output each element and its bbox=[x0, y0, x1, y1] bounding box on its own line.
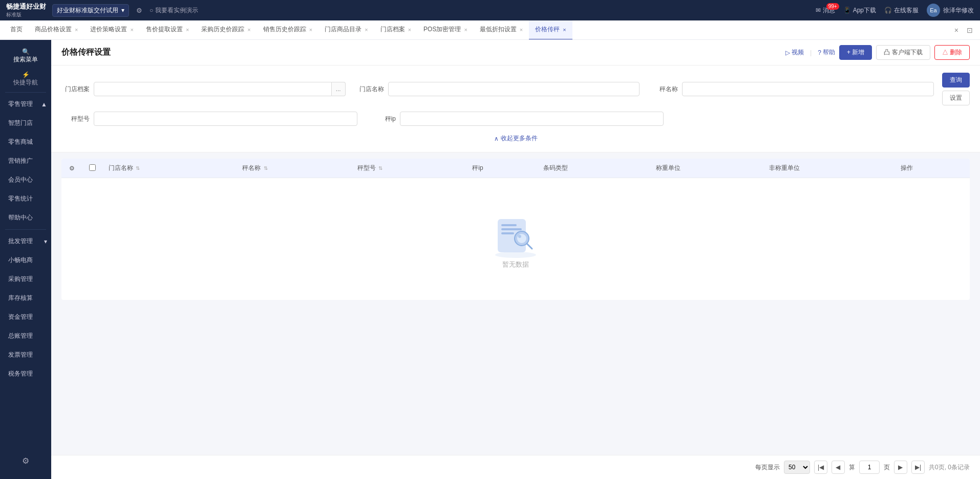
tab-product-price[interactable]: 商品价格设置 × bbox=[29, 20, 84, 40]
scale-name-input[interactable] bbox=[682, 82, 934, 96]
messages-badge: 99+ bbox=[826, 3, 839, 10]
help-icon: ? bbox=[818, 49, 821, 56]
sidebar-item-smart-store[interactable]: 智慧门店 bbox=[0, 114, 51, 133]
sidebar-quick-nav[interactable]: ⚡ 快捷导航 bbox=[0, 68, 51, 90]
sidebar-item-purchase[interactable]: 采购管理 bbox=[0, 270, 51, 289]
close-icon[interactable]: × bbox=[464, 27, 467, 33]
sort-icon: ⇅ bbox=[136, 165, 140, 171]
sidebar-item-finance[interactable]: 资金管理 bbox=[0, 308, 51, 326]
demo-btn[interactable]: ○ 我要看实例演示 bbox=[150, 6, 198, 15]
sidebar-item-invoice[interactable]: 发票管理 bbox=[0, 345, 51, 364]
sidebar-item-member[interactable]: 会员中心 bbox=[0, 170, 51, 189]
close-icon[interactable]: × bbox=[186, 27, 189, 33]
scale-ip-input[interactable] bbox=[400, 112, 664, 126]
tab-sales-history[interactable]: 销售历史价跟踪 × bbox=[257, 20, 318, 40]
app-name: 畅捷通好业财 bbox=[6, 3, 47, 11]
tab-purchase-strategy[interactable]: 进价策略设置 × bbox=[84, 20, 139, 40]
delete-btn[interactable]: △ 删除 bbox=[934, 45, 970, 60]
filter-settings-btn[interactable]: 设置 bbox=[942, 91, 970, 105]
filter-store-file: 门店档案 ... bbox=[61, 82, 346, 96]
first-page-btn[interactable]: |◀ bbox=[814, 461, 827, 474]
sidebar-item-retail-mall[interactable]: 零售商城 bbox=[0, 133, 51, 151]
close-icon[interactable]: × bbox=[563, 27, 566, 33]
download-btn[interactable]: 凸 客户端下载 bbox=[876, 45, 930, 60]
close-all-tabs-btn[interactable]: × bbox=[951, 25, 962, 35]
sidebar-item-help[interactable]: 帮助中心 bbox=[0, 208, 51, 227]
page-header: 价格传秤设置 ▷ 视频 | ? 帮助 + 新增 凸 客户端下载 △ bbox=[51, 40, 980, 66]
sidebar-divider2 bbox=[5, 229, 46, 230]
sidebar-search-label: 搜索菜单 bbox=[0, 55, 51, 64]
close-icon[interactable]: × bbox=[408, 27, 411, 33]
restore-tab-btn[interactable]: ⊡ bbox=[964, 25, 976, 35]
store-file-input[interactable] bbox=[94, 82, 332, 96]
close-icon[interactable]: × bbox=[365, 27, 368, 33]
tab-sale-price[interactable]: 售价提取设置 × bbox=[140, 20, 195, 40]
sidebar-inventory-label: 库存核算 bbox=[8, 294, 33, 302]
add-btn[interactable]: + 新增 bbox=[839, 45, 872, 60]
sidebar: 🔍 搜索菜单 ⚡ 快捷导航 零售管理 ▲ 智慧门店 零售商城 营销推广 会员中心… bbox=[0, 40, 51, 479]
tab-pos-mgmt[interactable]: POS加密管理 × bbox=[417, 20, 474, 40]
next-page-btn[interactable]: ▶ bbox=[894, 461, 907, 474]
col-scale-model: 秤型号 ⇅ bbox=[351, 159, 466, 178]
store-file-label: 门店档案 bbox=[61, 85, 90, 94]
close-icon[interactable]: × bbox=[309, 27, 312, 33]
sidebar-gear-btn[interactable]: ⚙ bbox=[22, 452, 29, 470]
chevron-down-icon: ▾ bbox=[121, 7, 124, 14]
help-link[interactable]: ? 帮助 bbox=[818, 48, 835, 57]
app-download-btn[interactable]: 📱 App下载 bbox=[843, 6, 876, 15]
sidebar-item-wholesale[interactable]: 批发管理 ▾ bbox=[0, 232, 51, 251]
close-icon[interactable]: × bbox=[247, 27, 250, 33]
select-all-checkbox[interactable] bbox=[89, 164, 96, 171]
sidebar-item-inventory[interactable]: 库存核算 bbox=[0, 289, 51, 308]
col-scale-ip: 秤ip bbox=[466, 159, 537, 178]
user-avatar-area[interactable]: Ea 徐泽华修改 bbox=[927, 4, 974, 17]
sidebar-item-ecom[interactable]: 小畅电商 bbox=[0, 251, 51, 270]
close-icon[interactable]: × bbox=[520, 27, 523, 33]
tab-purchase-history-label: 采购历史价跟踪 bbox=[201, 25, 244, 34]
tab-store-file-label: 门店档案 bbox=[380, 25, 405, 34]
sidebar-item-tax[interactable]: 税务管理 bbox=[0, 364, 51, 383]
tab-store-file[interactable]: 门店档案 × bbox=[374, 20, 417, 40]
per-page-select[interactable]: 50 10 20 100 bbox=[784, 461, 810, 474]
tab-purchase-history[interactable]: 采购历史价跟踪 × bbox=[195, 20, 257, 40]
collapse-btn[interactable]: ∧ 收起更多条件 bbox=[61, 132, 970, 145]
sidebar-ecom-label: 小畅电商 bbox=[8, 256, 33, 265]
sidebar-item-retail-stats[interactable]: 零售统计 bbox=[0, 189, 51, 208]
tab-store-catalog-label: 门店商品目录 bbox=[325, 25, 361, 34]
sidebar-retail-mall-label: 零售商城 bbox=[8, 138, 33, 146]
last-page-btn[interactable]: ▶| bbox=[911, 461, 925, 474]
prev-page-btn[interactable]: ◀ bbox=[832, 461, 845, 474]
version-selector[interactable]: 好业财标准版交付试用 ▾ bbox=[52, 4, 129, 17]
play-icon: ○ bbox=[150, 7, 153, 14]
col-non-weight-unit-label: 非称重单位 bbox=[769, 164, 800, 171]
sidebar-item-marketing[interactable]: 营销推广 bbox=[0, 151, 51, 170]
tab-price-scale[interactable]: 价格传秤 × bbox=[529, 20, 572, 40]
tab-pos-mgmt-label: POS加密管理 bbox=[423, 25, 461, 34]
page-input[interactable] bbox=[859, 461, 880, 474]
store-file-btn[interactable]: ... bbox=[332, 82, 346, 96]
messages-btn[interactable]: ✉ 消息 99+ bbox=[816, 6, 835, 15]
store-name-input[interactable] bbox=[388, 82, 640, 96]
col-scale-ip-label: 秤ip bbox=[472, 164, 483, 171]
tab-bar: 首页 商品价格设置 × 进价策略设置 × 售价提取设置 × 采购历史价跟踪 × … bbox=[0, 20, 980, 40]
sidebar-item-general-ledger[interactable]: 总账管理 bbox=[0, 326, 51, 345]
tab-store-catalog[interactable]: 门店商品目录 × bbox=[318, 20, 374, 40]
settings-icon-btn[interactable]: ⚙ bbox=[134, 5, 144, 16]
sidebar-search[interactable]: 🔍 搜索菜单 bbox=[0, 44, 51, 68]
download-icon: 📱 bbox=[843, 7, 851, 14]
close-icon[interactable]: × bbox=[75, 27, 78, 33]
online-service-btn[interactable]: 🎧 在线客服 bbox=[884, 6, 919, 15]
online-service-label: 在线客服 bbox=[894, 6, 919, 15]
pagination: 每页显示 50 10 20 100 |◀ ◀ 算 页 ▶ ▶| 共0页, 0条记… bbox=[51, 455, 980, 479]
sidebar-item-retail-mgmt[interactable]: 零售管理 ▲ bbox=[0, 95, 51, 114]
tab-home[interactable]: 首页 bbox=[4, 20, 29, 40]
col-barcode-type: 条码类型 bbox=[537, 159, 650, 178]
tab-min-discount[interactable]: 最低折扣设置 × bbox=[474, 20, 529, 40]
scale-model-input[interactable] bbox=[94, 112, 357, 126]
add-btn-label: + 新增 bbox=[847, 48, 864, 57]
video-link[interactable]: ▷ 视频 bbox=[785, 48, 804, 57]
query-btn[interactable]: 查询 bbox=[942, 73, 970, 88]
table-header-row: ⚙ 门店名称 ⇅ 秤名称 ⇅ 秤型号 bbox=[61, 159, 970, 178]
sidebar-bottom: ⚙ bbox=[22, 447, 29, 475]
close-icon[interactable]: × bbox=[130, 27, 133, 33]
